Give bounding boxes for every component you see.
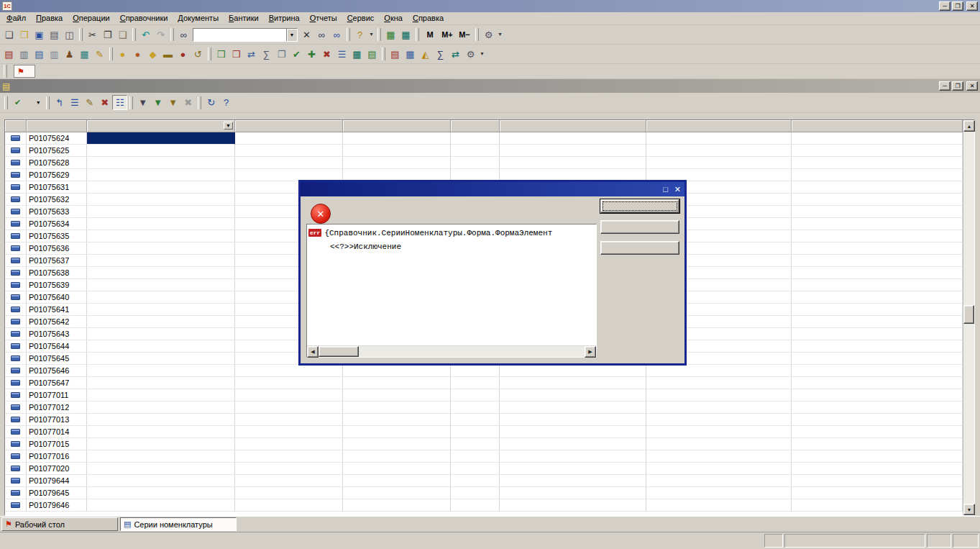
report-chart-icon[interactable]: ◭ — [418, 47, 433, 62]
help-tip-icon[interactable]: ? — [352, 27, 367, 42]
cell-certificate[interactable] — [343, 132, 451, 145]
cell-certificate[interactable] — [343, 499, 451, 512]
new-invoice-icon[interactable]: ▤ — [32, 47, 47, 62]
cell-name[interactable] — [87, 181, 235, 194]
cell-expiry[interactable] — [451, 145, 500, 157]
doc-approve-icon[interactable]: ✔ — [289, 47, 304, 62]
cell-country[interactable] — [646, 463, 792, 475]
cell-code[interactable]: Р01075624 — [27, 132, 87, 145]
cell-gtd[interactable] — [500, 426, 646, 438]
refund-icon[interactable]: ↺ — [191, 47, 206, 62]
cell-code[interactable]: Р01077020 — [27, 463, 87, 475]
cell-name[interactable] — [87, 218, 235, 230]
dialog-close-icon[interactable]: ✕ — [674, 186, 681, 194]
cell-name[interactable] — [87, 279, 235, 291]
cell-comment[interactable] — [792, 328, 963, 340]
scroll-track[interactable] — [963, 132, 974, 504]
cell-serial[interactable] — [235, 401, 343, 414]
cell-gtd[interactable] — [500, 475, 646, 487]
cell-code[interactable]: Р01075635 — [27, 230, 87, 242]
cut-icon[interactable]: ✂ — [85, 27, 100, 42]
undo-icon[interactable]: ↶ — [138, 27, 153, 42]
cell-gtd[interactable] — [500, 499, 646, 512]
redo-icon[interactable]: ↷ — [153, 27, 168, 42]
cell-name[interactable] — [87, 230, 235, 242]
search-combobox[interactable]: ▼ — [193, 28, 298, 42]
table-row[interactable]: Р01075646 — [5, 365, 963, 377]
cell-comment[interactable] — [792, 414, 963, 426]
table-row[interactable]: Р01079645 — [5, 487, 963, 499]
delete-item-icon[interactable]: ✖ — [97, 95, 112, 110]
cell-name[interactable] — [87, 267, 235, 279]
actions-button[interactable]: ▾ — [28, 95, 44, 111]
sort-dropdown-icon[interactable]: ▼ — [224, 122, 233, 130]
menu-operations[interactable]: Операции — [68, 12, 114, 24]
toolbar-grip[interactable] — [109, 47, 113, 60]
table-row[interactable]: Р01077020 — [5, 463, 963, 475]
cell-code[interactable]: Р01075639 — [27, 279, 87, 291]
table-view-icon[interactable]: ▦ — [383, 27, 398, 42]
minimize-button[interactable]: ─ — [939, 1, 951, 11]
memory-recall-button[interactable]: M — [421, 27, 439, 42]
new-document-icon[interactable]: ❏ — [1, 27, 17, 42]
debts-icon[interactable]: ● — [175, 47, 191, 62]
report-sales-icon[interactable]: ▤ — [388, 47, 403, 62]
cell-certificate[interactable] — [343, 365, 451, 377]
cell-code[interactable]: Р01075643 — [27, 328, 87, 340]
dropdown-arrow-icon[interactable]: ▾ — [367, 27, 375, 42]
cell-comment[interactable] — [792, 291, 963, 304]
keyboard-lang-indicator[interactable] — [764, 534, 783, 548]
toolbar-grip[interactable] — [208, 47, 211, 60]
horizontal-scrollbar[interactable]: ◀ ▶ — [307, 345, 596, 357]
table-row[interactable]: Р01075624 — [5, 132, 963, 145]
cell-name[interactable] — [87, 463, 235, 475]
header-serial[interactable] — [235, 120, 343, 132]
cell-gtd[interactable] — [500, 377, 646, 389]
cell-certificate[interactable] — [343, 450, 451, 463]
cell-code[interactable]: Р01075632 — [27, 194, 87, 206]
cell-serial[interactable] — [235, 365, 343, 377]
cell-certificate[interactable] — [343, 414, 451, 426]
toolbar-grip[interactable] — [129, 96, 133, 109]
cell-name[interactable] — [87, 255, 235, 267]
find-next-icon[interactable]: ∞ — [314, 27, 329, 42]
table-row[interactable]: Р01077011 — [5, 389, 963, 401]
cell-code[interactable]: Р01075638 — [27, 267, 87, 279]
cell-code[interactable]: Р01079646 — [27, 499, 87, 512]
cell-name[interactable] — [87, 365, 235, 377]
cell-comment[interactable] — [792, 181, 963, 194]
main-titlebar[interactable]: 1С ─ ❐ ✕ — [0, 0, 980, 12]
cell-code[interactable]: Р01075633 — [27, 206, 87, 218]
cell-code[interactable]: Р01077011 — [27, 389, 87, 401]
scroll-left-button[interactable]: ◀ — [307, 346, 319, 358]
cell-serial[interactable] — [235, 426, 343, 438]
cell-serial[interactable] — [235, 438, 343, 450]
cell-name[interactable] — [87, 291, 235, 304]
doc-remove-icon[interactable]: ✖ — [319, 47, 334, 62]
cell-expiry[interactable] — [451, 475, 500, 487]
price-table-icon[interactable]: ▦ — [77, 47, 92, 62]
counterparty-icon[interactable]: ♟ — [62, 47, 77, 62]
cell-comment[interactable] — [792, 194, 963, 206]
table-row[interactable]: Р01079644 — [5, 475, 963, 487]
cell-certificate[interactable] — [343, 389, 451, 401]
header-comment[interactable] — [792, 120, 963, 132]
cell-serial[interactable] — [235, 414, 343, 426]
dialog-titlebar[interactable]: □ ✕ — [301, 182, 684, 196]
cell-country[interactable] — [646, 499, 792, 512]
cell-code[interactable]: Р01075628 — [27, 157, 87, 169]
doc-copy-icon[interactable]: ❐ — [274, 47, 289, 62]
menu-windows[interactable]: Окна — [379, 12, 408, 24]
cell-serial[interactable] — [235, 499, 343, 512]
error-line[interactable]: <<?>>Исключение — [308, 240, 595, 253]
cell-gtd[interactable] — [500, 132, 646, 145]
cell-expiry[interactable] — [451, 401, 500, 414]
toolbar-grip[interactable] — [132, 28, 136, 41]
print-doc-icon[interactable]: ▥ — [17, 47, 32, 62]
table-row[interactable]: Р01077015 — [5, 438, 963, 450]
tab-desktop[interactable]: ⚑ Рабочий стол — [1, 517, 118, 531]
cell-expiry[interactable] — [451, 487, 500, 499]
cell-code[interactable]: Р01077016 — [27, 450, 87, 463]
cell-code[interactable]: Р01075647 — [27, 377, 87, 389]
cell-comment[interactable] — [792, 450, 963, 463]
